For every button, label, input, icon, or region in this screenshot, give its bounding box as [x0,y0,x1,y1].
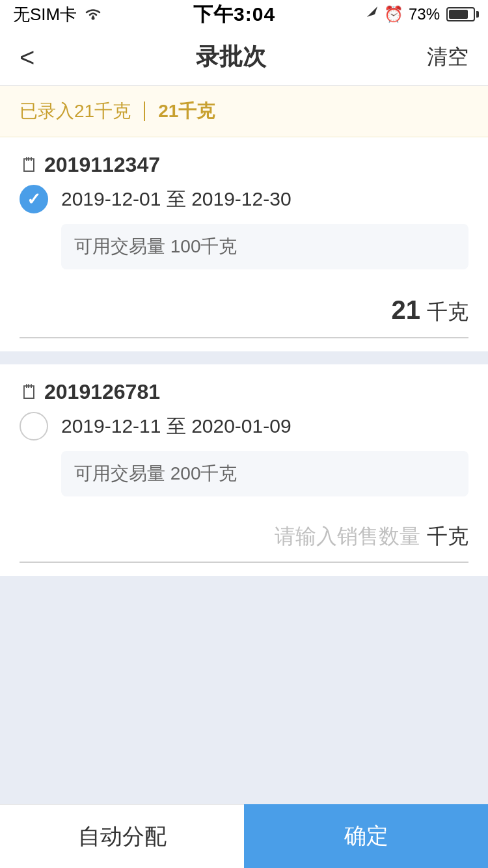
nav-bar: < 录批次 清空 [0,29,488,86]
recorded-label: 已录入21千克 [20,99,131,124]
wifi-icon [83,5,103,25]
batch-item-2[interactable]: 🗒 2019126781 2019-12-11 至 2020-01-09 可用交… [0,364,488,496]
batch-header-2: 🗒 2019126781 [20,380,468,404]
auto-distribute-button[interactable]: 自动分配 [0,804,244,868]
input-row-2: 请输入销售数量 千克 [0,512,488,562]
batch-date-row-2: 2019-12-11 至 2020-01-09 [20,412,468,441]
carrier-text: 无SIM卡 [13,3,77,26]
info-banner: 已录入21千克 21千克 [0,86,488,137]
batch-date-row-1: 2019-12-01 至 2019-12-30 [20,185,468,213]
batch-icon-1: 🗒 [20,154,39,176]
status-left: 无SIM卡 [13,3,103,26]
status-right: ⏰ 73% [366,5,475,23]
batch-item-1[interactable]: 🗒 2019112347 2019-12-01 至 2019-12-30 可用交… [0,137,488,269]
batch-date-1: 2019-12-01 至 2019-12-30 [61,186,291,213]
section-separator [0,351,488,364]
bottom-bar: 自动分配 确定 [0,804,488,868]
radio-1[interactable] [20,185,48,213]
location-icon [366,5,379,23]
back-button[interactable]: < [20,44,34,70]
available-row-1: 可用交易量 100千克 [61,224,468,269]
batch-date-2: 2019-12-11 至 2020-01-09 [61,413,291,440]
batch-header-1: 🗒 2019112347 [20,153,468,177]
amount-unit-1: 千克 [427,298,468,327]
input-unit-2: 千克 [427,522,468,551]
status-bar: 无SIM卡 下午3:04 ⏰ 73% [0,0,488,29]
svg-marker-1 [367,7,377,17]
status-time: 下午3:04 [193,1,275,28]
batch-card-1: 🗒 2019112347 2019-12-01 至 2019-12-30 可用交… [0,137,488,351]
batch-id-1: 2019112347 [44,153,160,177]
batch-card-2: 🗒 2019126781 2019-12-11 至 2020-01-09 可用交… [0,364,488,576]
info-divider [144,102,145,121]
page-title: 录批次 [196,41,266,73]
battery-percent: 73% [409,5,440,23]
amount-value-1: 21 [392,295,421,325]
clear-button[interactable]: 清空 [427,43,468,72]
battery-icon [446,7,475,21]
available-row-2: 可用交易量 200千克 [61,451,468,496]
alarm-icon: ⏰ [384,5,403,23]
svg-point-0 [92,16,95,20]
input-placeholder-2: 请输入销售数量 [275,522,420,551]
batch-icon-2: 🗒 [20,381,39,403]
recorded-value: 21千克 [158,99,215,124]
confirm-button[interactable]: 确定 [244,804,488,868]
batch-id-2: 2019126781 [44,380,160,404]
radio-2[interactable] [20,412,48,441]
amount-row-1: 21 千克 [0,285,488,337]
